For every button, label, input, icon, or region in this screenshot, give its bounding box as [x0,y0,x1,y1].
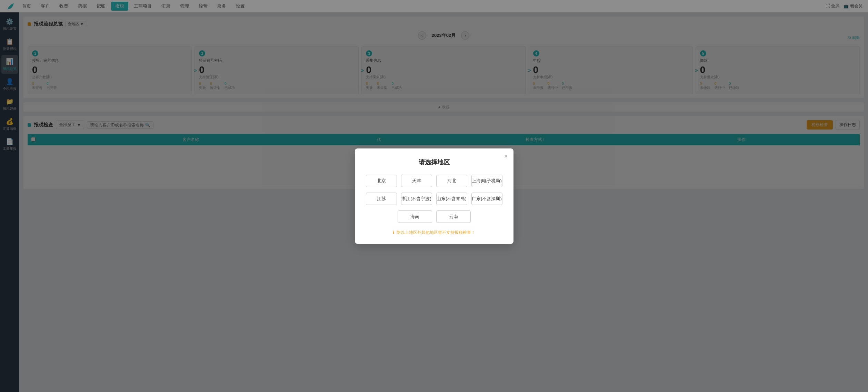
region-btn-jiangsu[interactable]: 江苏 [366,193,397,205]
region-btn-tianjin[interactable]: 天津 [401,175,432,187]
region-row-3: 海南 云南 [366,210,502,223]
region-btn-shanghai[interactable]: 上海(电子税局) [471,175,502,187]
region-btn-guangdong[interactable]: 广东(不含深圳) [471,193,502,205]
region-btn-hebei[interactable]: 河北 [436,175,467,187]
region-btn-zhejiang[interactable]: 浙江(不含宁波) [401,193,432,205]
region-btn-shandong[interactable]: 山东(不含青岛) [436,193,467,205]
region-btn-beijing[interactable]: 北京 [366,175,397,187]
modal-warning: ℹ 除以上地区外其他地区暂不支持报税检查！ [366,230,502,236]
region-row-1: 北京 天津 河北 上海(电子税局) [366,175,502,187]
region-btn-hainan[interactable]: 海南 [398,210,432,223]
warning-text: 除以上地区外其他地区暂不支持报税检查！ [397,230,475,236]
modal-close-btn[interactable]: × [504,153,508,159]
modal-title: 请选择地区 [366,158,502,166]
modal-overlay[interactable]: × 请选择地区 北京 天津 河北 上海(电子税局) 江苏 浙江(不含宁波) 山东… [0,0,868,392]
region-row-2: 江苏 浙江(不含宁波) 山东(不含青岛) 广东(不含深圳) [366,193,502,205]
region-btn-yunnan[interactable]: 云南 [436,210,471,223]
warning-icon: ℹ [393,230,395,235]
region-select-modal: × 请选择地区 北京 天津 河北 上海(电子税局) 江苏 浙江(不含宁波) 山东… [355,148,513,244]
